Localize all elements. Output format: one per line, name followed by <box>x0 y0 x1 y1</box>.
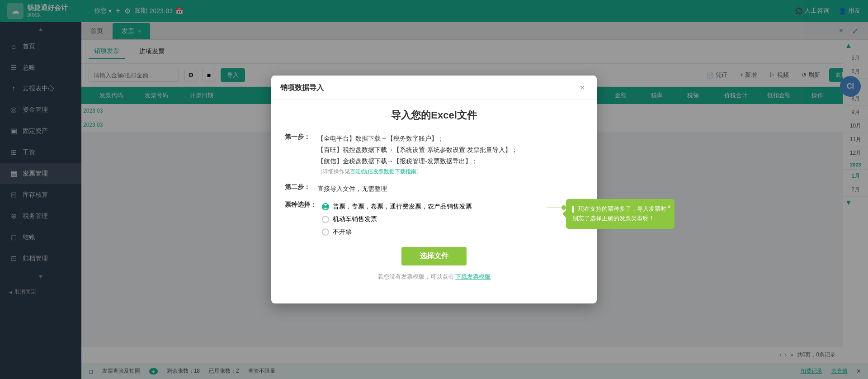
ticket-type-row: 票种选择： 普票，专票，卷票，通行费发票，农产品销售发票 机动车销售发票 <box>285 201 583 236</box>
radio-no-ticket-circle <box>322 228 329 236</box>
step1-line1: 【全电平台】数据下载→【税务数字账户】； <box>317 133 518 144</box>
footer-note-text: 若您没有发票模版，可以点击 <box>377 273 454 280</box>
step1-content: 【全电平台】数据下载→【税务数字账户】； 【百旺】税控盘数据下载→【系统设置-系… <box>317 133 518 177</box>
step1-row: 第一步： 【全电平台】数据下载→【税务数字账户】； 【百旺】税控盘数据下载→【系… <box>285 133 583 177</box>
step1-line3: 【航信】金税盘数据下载→【报税管理-发票数据导出】； <box>317 156 518 167</box>
ticket-radio-group: 普票，专票，卷票，通行费发票，农产品销售发票 机动车销售发票 不开票 <box>322 203 472 236</box>
step2-label: 第二步： <box>285 183 312 194</box>
ticket-normal-label: 普票，专票，卷票，通行费发票，农产品销售发票 <box>333 203 472 211</box>
ticket-motor-label: 机动车销售发票 <box>333 215 377 223</box>
modal-overlay: 销项数据导入 × 导入您的Excel文件 第一步： 【全电平台】数据下载→【税务… <box>0 0 868 379</box>
import-modal: 销项数据导入 × 导入您的Excel文件 第一步： 【全电平台】数据下载→【税务… <box>271 76 597 303</box>
step2-content: 直接导入文件，无需整理 <box>317 183 387 194</box>
modal-header: 销项数据导入 × <box>271 76 597 99</box>
step1-note-text: （详细操作见 <box>317 168 350 175</box>
step1-label: 第一步： <box>285 133 312 177</box>
tooltip-dot <box>561 205 566 210</box>
modal-footer-note: 若您没有发票模版，可以点击 下载发票模版 <box>285 273 583 281</box>
step1-line2: 【百旺】税控盘数据下载→【系统设置-系统参数设置-发票批量导入】； <box>317 144 518 156</box>
modal-title: 销项数据导入 <box>280 83 324 93</box>
step1-guide-link[interactable]: 百旺/航信发票数据下载指南 <box>350 168 416 175</box>
ticket-no-ticket[interactable]: 不开票 <box>322 228 472 236</box>
modal-main-title: 导入您的Excel文件 <box>285 109 583 122</box>
tooltip-line <box>547 208 561 208</box>
modal-close-button[interactable]: × <box>577 83 588 94</box>
ticket-normal[interactable]: 普票，专票，卷票，通行费发票，农产品销售发票 <box>322 203 472 211</box>
step1-note-end: ） <box>416 168 422 175</box>
tooltip-text: 现在支持的票种多了，导入发票时别忘了选择正确的发票类型呀！ <box>572 205 666 222</box>
ticket-label: 票种选择： <box>285 201 316 209</box>
tooltip-container: 现在支持的票种多了，导入发票时别忘了选择正确的发票类型呀！ × <box>547 205 566 210</box>
tooltip-bar <box>572 206 574 213</box>
radio-motor-circle <box>322 216 329 223</box>
select-file-button[interactable]: 选择文件 <box>401 247 467 265</box>
step1-note: （详细操作见百旺/航信发票数据下载指南） <box>317 167 518 177</box>
tooltip-close-button[interactable]: × <box>667 202 671 212</box>
step2-row: 第二步： 直接导入文件，无需整理 <box>285 183 583 194</box>
modal-body: 导入您的Excel文件 第一步： 【全电平台】数据下载→【税务数字账户】； 【百… <box>271 99 597 290</box>
tooltip-connector <box>547 205 566 210</box>
radio-normal-circle <box>322 203 329 210</box>
ticket-motor[interactable]: 机动车销售发票 <box>322 215 472 223</box>
footer-download-link[interactable]: 下载发票模版 <box>455 273 491 280</box>
ticket-no-ticket-label: 不开票 <box>333 228 352 236</box>
tooltip-bubble: 现在支持的票种多了，导入发票时别忘了选择正确的发票类型呀！ × <box>566 199 675 229</box>
